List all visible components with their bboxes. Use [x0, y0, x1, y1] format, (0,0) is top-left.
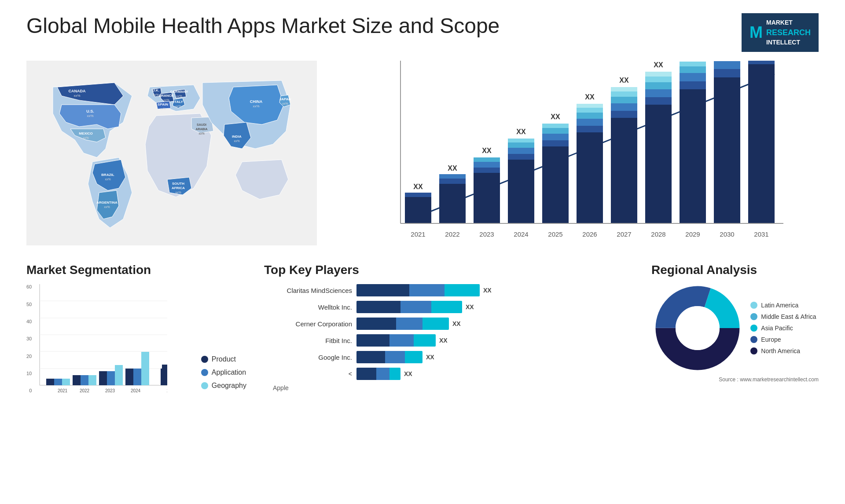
bar-chart: XX 2021 XX 2022 XX 2023: [334, 61, 819, 245]
svg-text:2031: 2031: [754, 230, 768, 238]
svg-text:XX: XX: [448, 164, 457, 172]
svg-text:2023: 2023: [105, 388, 115, 393]
svg-rect-73: [611, 111, 637, 118]
legend-label-geography: Geography: [212, 382, 246, 390]
svg-text:xx%: xx%: [175, 191, 181, 194]
legend-dot-application: [201, 369, 208, 376]
players-list: Claritas MindSciences XX Welltok Inc.: [264, 284, 634, 391]
player-bar-seg1: [356, 368, 376, 380]
svg-text:2025: 2025: [548, 230, 562, 238]
seg-legend: Product Application Geography: [201, 355, 246, 394]
svg-rect-80: [645, 105, 672, 223]
legend-dot-europe: [750, 336, 757, 343]
svg-text:AFRICA: AFRICA: [172, 186, 185, 190]
svg-rect-83: [645, 82, 672, 89]
player-bar-seg1: [356, 284, 409, 296]
logo-area: M MARKET RESEARCH INTELLECT: [742, 13, 819, 52]
svg-text:2029: 2029: [685, 230, 700, 238]
player-bar-seg1: [356, 334, 389, 347]
legend-label-application: Application: [212, 369, 246, 376]
svg-rect-82: [645, 89, 672, 97]
svg-rect-36: [405, 193, 431, 197]
player-bar-seg2: [376, 368, 389, 380]
svg-text:xx%: xx%: [176, 95, 182, 98]
player-value: XX: [439, 337, 448, 344]
svg-text:BRAZIL: BRAZIL: [101, 173, 114, 177]
svg-point-142: [676, 306, 720, 350]
table-row: Claritas MindSciences XX: [264, 284, 634, 296]
svg-rect-47: [474, 157, 500, 162]
legend-dot-latin: [750, 302, 757, 309]
svg-rect-133: [162, 365, 167, 385]
player-bar-seg2: [400, 301, 431, 313]
donut-chart-svg: [654, 284, 742, 372]
svg-text:2022: 2022: [80, 388, 90, 393]
svg-rect-77: [611, 87, 637, 91]
legend-dot-apac: [750, 325, 757, 332]
svg-text:xx%: xx%: [253, 104, 259, 108]
svg-text:FRANCE: FRANCE: [159, 94, 174, 98]
key-players-section: Top Key Players Claritas MindSciences XX: [264, 263, 634, 391]
player-bar-seg2: [389, 334, 414, 347]
svg-rect-67: [577, 113, 603, 119]
svg-text:ITALY: ITALY: [173, 100, 183, 104]
player-bar: XX: [356, 301, 634, 313]
svg-text:2024: 2024: [514, 230, 528, 238]
player-bar-bg: [356, 318, 449, 330]
player-bar-seg3: [405, 351, 422, 363]
legend-label-na: North America: [761, 347, 800, 354]
svg-rect-100: [748, 64, 775, 223]
svg-text:2027: 2027: [617, 230, 631, 238]
svg-rect-97: [714, 61, 740, 69]
legend-dot-na: [750, 347, 757, 354]
svg-rect-66: [577, 119, 603, 126]
player-name: Google Inc.: [264, 354, 352, 361]
svg-rect-53: [508, 142, 534, 148]
player-bar-seg1: [356, 351, 385, 363]
svg-text:2026: 2026: [582, 230, 597, 238]
donut-area: Latin America Middle East & Africa Asia …: [651, 284, 819, 383]
svg-text:xx%: xx%: [234, 139, 239, 142]
svg-text:XX: XX: [654, 61, 663, 69]
svg-text:CANADA: CANADA: [69, 89, 86, 93]
player-name: <: [264, 370, 352, 377]
svg-rect-74: [611, 103, 637, 111]
svg-rect-88: [680, 89, 706, 223]
svg-rect-61: [542, 124, 569, 128]
legend-dot-product: [201, 356, 208, 363]
player-bar: XX: [356, 284, 634, 296]
svg-text:xx%: xx%: [87, 114, 93, 118]
svg-text:XX: XX: [516, 128, 526, 135]
svg-rect-75: [611, 97, 637, 103]
legend-europe: Europe: [750, 336, 816, 343]
svg-rect-81: [645, 97, 672, 105]
seg-y-labels: 60 50 40 30 20 10 0: [26, 284, 32, 394]
svg-text:xx%: xx%: [160, 107, 165, 110]
svg-rect-122: [107, 371, 115, 385]
svg-rect-118: [81, 375, 88, 385]
logo-box: M MARKET RESEARCH INTELLECT: [742, 13, 819, 52]
svg-rect-115: [62, 379, 70, 385]
page-title: Global Mobile Health Apps Market Size an…: [26, 13, 500, 39]
svg-rect-96: [714, 69, 740, 77]
bottom-section: Market Segmentation 60 50 40 30 20 10 0: [26, 263, 819, 394]
svg-rect-65: [577, 126, 603, 132]
svg-text:CHINA: CHINA: [250, 99, 263, 104]
svg-text:xx%: xx%: [282, 102, 288, 105]
page-container: Global Mobile Health Apps Market Size an…: [0, 0, 845, 504]
svg-rect-126: [133, 369, 141, 385]
legend-middle-east: Middle East & Africa: [750, 313, 816, 320]
svg-text:2025: 2025: [167, 388, 167, 393]
player-name: Welltok Inc.: [264, 303, 352, 311]
player-bar: XX: [356, 368, 634, 380]
svg-rect-125: [125, 369, 133, 385]
svg-rect-95: [714, 77, 740, 223]
player-bar-seg3: [414, 334, 436, 347]
table-row: Cerner Corporation XX: [264, 318, 634, 330]
table-row: Google Inc. XX: [264, 351, 634, 363]
player-bar: XX: [356, 318, 634, 330]
logo-text: MARKET RESEARCH INTELLECT: [766, 18, 811, 47]
svg-text:2030: 2030: [720, 230, 734, 238]
svg-text:JAPAN: JAPAN: [279, 97, 291, 101]
svg-text:2021: 2021: [58, 388, 68, 393]
